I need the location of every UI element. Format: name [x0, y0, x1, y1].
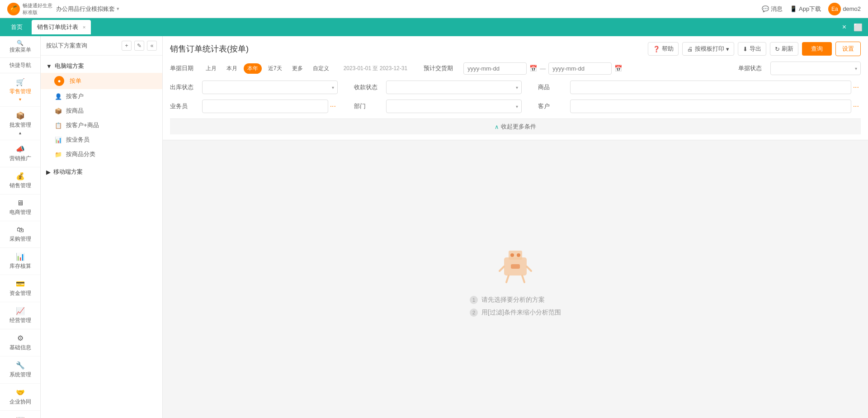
add-scheme-button[interactable]: +: [122, 41, 132, 51]
expected-date-start[interactable]: [463, 62, 527, 75]
department-wrapper: ▾: [386, 100, 522, 113]
delivery-status-label: 出库状态: [170, 83, 195, 91]
empty-illustration: [493, 242, 538, 287]
salesperson-scheme-icon: 📊: [54, 136, 62, 144]
sidebar-item-system[interactable]: 🔧 系统管理: [0, 356, 40, 384]
tab-minimize-icon[interactable]: ×: [840, 21, 848, 33]
category-scheme-icon: 📁: [54, 150, 62, 158]
sidebar-item-basic[interactable]: ⚙ 基础信息: [0, 329, 40, 356]
date-this-month[interactable]: 本月: [223, 63, 241, 74]
filter-row-2: 出库状态 ▾ 收款状态 ▾ 商品: [170, 81, 861, 94]
sidebar: 🔍 帮助 搜索菜单 快捷导航 🛒 零售管理 ▾ 📦 批发管理 ▴ 📣 营销推广 …: [0, 36, 41, 418]
sidebar-quick-nav[interactable]: 快捷导航: [0, 58, 40, 73]
app-title[interactable]: 办公用品行业模拟账套 ▾: [56, 5, 119, 13]
hint-num-2: 2: [470, 309, 478, 317]
date-last-7days[interactable]: 近7天: [264, 63, 286, 74]
department-select[interactable]: [386, 100, 522, 113]
setting-button[interactable]: 设置: [835, 42, 861, 56]
product-more-icon[interactable]: ···: [851, 83, 861, 91]
sidebar-item-enterprise[interactable]: 🤝 企业协同: [0, 384, 40, 411]
scheme-item-by-order[interactable]: ● 按单: [41, 73, 162, 89]
payment-status-select[interactable]: [386, 81, 522, 94]
basic-icon: ⚙: [17, 334, 24, 342]
customer-label: 客户: [538, 102, 563, 110]
edit-scheme-button[interactable]: ✎: [134, 41, 144, 51]
tab-maximize-icon[interactable]: ⬜: [852, 21, 864, 33]
order-status-label: 单据状态: [738, 64, 763, 72]
date-custom[interactable]: 自定义: [309, 63, 333, 74]
sidebar-item-guide[interactable]: 📖 新手引导: [0, 411, 40, 418]
logo-icon: 🍊: [7, 3, 20, 15]
sidebar-item-marketing[interactable]: 📣 营销推广: [0, 140, 40, 167]
filter-toolbar: 销售订单统计表(按单) ❓ 帮助 🖨 按模板打印 ▾ ⬇: [170, 42, 861, 56]
date-quick-buttons: 上月 本月 本年 近7天 更多 自定义: [202, 63, 333, 74]
order-status-wrapper: ▾: [770, 62, 861, 75]
tab-home[interactable]: 首页: [4, 20, 30, 34]
scheme-item-by-product[interactable]: 📦 按商品: [41, 104, 162, 118]
date-this-year[interactable]: 本年: [244, 63, 262, 74]
salesperson-wrapper: ···: [202, 100, 338, 113]
query-button[interactable]: 查询: [802, 42, 832, 56]
date-last-month[interactable]: 上月: [202, 63, 220, 74]
product-input[interactable]: [570, 81, 851, 94]
refresh-button[interactable]: ↻ 刷新: [770, 42, 798, 56]
sidebar-item-inventory[interactable]: 📊 库存核算: [0, 248, 40, 275]
search-icon: 🔍: [4, 40, 37, 46]
svg-line-8: [522, 276, 524, 282]
avatar: Ea: [828, 3, 841, 15]
sidebar-item-purchase[interactable]: 🛍 采购管理: [0, 221, 40, 248]
product-scheme-icon: 📦: [54, 107, 62, 115]
tab-bar: 首页 销售订单统计表 × × ⬜: [0, 18, 868, 36]
print-icon: 🖨: [687, 46, 693, 52]
customer-product-scheme-icon: 📋: [54, 121, 62, 129]
sidebar-item-retail[interactable]: 🛒 零售管理 ▾: [0, 73, 40, 107]
payment-status-wrapper: ▾: [386, 81, 522, 94]
salesperson-input[interactable]: [202, 100, 328, 113]
help-button[interactable]: ❓ 帮助: [648, 42, 679, 56]
export-icon: ⬇: [743, 46, 748, 52]
date-more[interactable]: 更多: [288, 63, 307, 74]
marketing-icon: 📣: [16, 145, 25, 153]
mobile-scheme-header[interactable]: ▶ 移动端方案: [41, 165, 162, 179]
app-download-button[interactable]: 📱 App下载: [790, 5, 821, 13]
tab-close-icon[interactable]: ×: [83, 24, 85, 30]
filter-area: 销售订单统计表(按单) ❓ 帮助 🖨 按模板打印 ▾ ⬇: [163, 36, 868, 140]
svg-line-6: [527, 266, 531, 271]
scheme-item-by-salesperson[interactable]: 📊 按业务员: [41, 133, 162, 147]
delivery-status-select[interactable]: [202, 81, 338, 94]
collapse-bar[interactable]: ∧ 收起更多条件: [170, 119, 861, 134]
left-panel-actions: + ✎ «: [122, 41, 157, 51]
collapse-chevron-icon: ∧: [495, 124, 499, 130]
sidebar-item-finance[interactable]: 💳 资金管理: [0, 275, 40, 302]
scheme-item-by-customer-product[interactable]: 📋 按客户+商品: [41, 118, 162, 133]
header-right: 💬 消息 📱 App下载 Ea demo2: [762, 3, 861, 15]
payment-status-label: 收款状态: [354, 83, 379, 91]
empty-hints: 1 请先选择要分析的方案 2 用[过滤]条件来缩小分析范围: [470, 296, 561, 317]
scheme-item-by-customer[interactable]: 👤 按客户: [41, 89, 162, 104]
sidebar-item-sales[interactable]: 💰 销售管理: [0, 167, 40, 195]
hint-num-1: 1: [470, 296, 478, 304]
export-button[interactable]: ⬇ 导出: [738, 42, 766, 56]
customer-more-icon[interactable]: ···: [851, 102, 861, 110]
msg-button[interactable]: 💬 消息: [762, 5, 783, 13]
pc-scheme-header[interactable]: ▼ 电脑端方案: [41, 59, 162, 73]
sidebar-item-wholesale[interactable]: 📦 批发管理 ▴: [0, 107, 40, 140]
calendar-end-icon: 📅: [614, 65, 622, 72]
sidebar-item-operations[interactable]: 📈 经营管理: [0, 302, 40, 329]
user-area[interactable]: Ea demo2: [828, 3, 861, 15]
sidebar-item-ecommerce[interactable]: 🖥 电商管理: [0, 195, 40, 221]
salesperson-more-icon[interactable]: ···: [328, 102, 338, 110]
tab-active[interactable]: 销售订单统计表 ×: [32, 20, 91, 34]
scheme-item-by-category[interactable]: 📁 按商品分类: [41, 147, 162, 162]
sidebar-search[interactable]: 🔍 帮助 搜索菜单: [0, 36, 40, 58]
empty-hint-2: 2 用[过滤]条件来缩小分析范围: [470, 309, 561, 317]
print-button[interactable]: 🖨 按模板打印 ▾: [682, 42, 734, 56]
expected-date-end[interactable]: [548, 62, 612, 75]
customer-input[interactable]: [570, 100, 851, 113]
expected-date-group: 📅 — 📅: [463, 62, 722, 75]
svg-line-7: [506, 276, 509, 282]
collapse-panel-button[interactable]: «: [147, 41, 157, 51]
active-scheme-indicator: ●: [54, 76, 64, 86]
order-status-select[interactable]: [770, 62, 861, 75]
customer-scheme-icon: 👤: [54, 92, 62, 100]
